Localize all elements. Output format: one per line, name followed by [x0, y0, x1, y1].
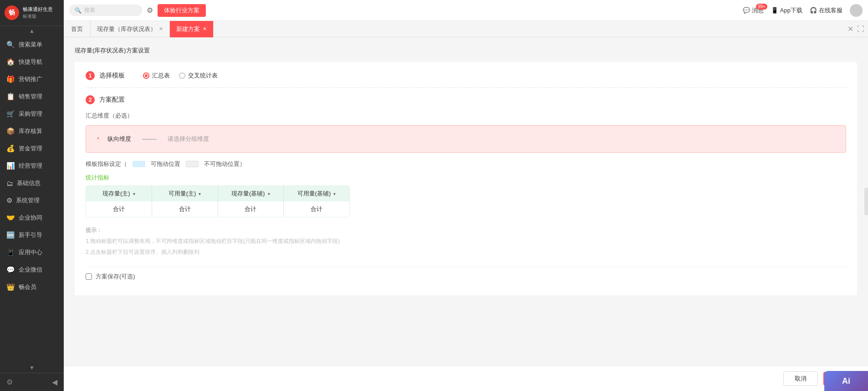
topbar-left: 🔍 搜索 ⚙ 体验行业方案	[69, 4, 738, 17]
stats-title: 统计指标	[86, 174, 846, 182]
sidebar: 畅 畅康通好生意 标准版 ▲ 🔍搜索菜单🏠快捷导航🎁营销推广📋销售管理🛒采购管理…	[0, 0, 64, 391]
step1-badge: 1	[86, 71, 95, 80]
tab-close-all-icon[interactable]: ✕	[848, 25, 853, 33]
tab-new-scheme-close[interactable]: ✕	[203, 26, 207, 32]
message-button[interactable]: 💬 消息 99+	[743, 6, 764, 15]
radio-summary-dot	[145, 74, 148, 77]
fixed-indicator	[186, 161, 199, 167]
sidebar-label-basic: 基础信息	[17, 179, 41, 187]
sidebar-item-wechat[interactable]: 💬企业微信	[0, 261, 64, 278]
tips-text: 提示：1.拖动标题栏可以调整布局，不可跨维度或指标区域拖动栏目字段(只能在同一维…	[86, 225, 846, 257]
sidebar-item-inventory[interactable]: 📦库存核算	[0, 123, 64, 140]
stats-header-cell[interactable]: 现存量(主)▾	[86, 186, 152, 201]
stats-body-cell: 合计	[218, 201, 284, 217]
settings-icon[interactable]: ⚙	[6, 378, 13, 386]
stats-header-cell[interactable]: 可用量(主)▾	[152, 186, 218, 201]
radio-summary-label: 汇总表	[152, 72, 170, 80]
tab-inventory[interactable]: 现存量（库存状况表） ✕	[91, 21, 170, 37]
chevron-down-icon: ▾	[199, 191, 201, 196]
sidebar-icon-purchase: 🛒	[6, 110, 15, 118]
radio-cross[interactable]: 交叉统计表	[179, 72, 218, 80]
template-radio-group: 汇总表 交叉统计表	[143, 72, 218, 80]
topbar-search[interactable]: 🔍 搜索	[69, 5, 142, 16]
dimension-placeholder[interactable]: 请选择分组维度	[168, 135, 209, 143]
sidebar-item-marketing[interactable]: 🎁营销推广	[0, 71, 64, 88]
online-service-button[interactable]: 🎧 在线客服	[810, 6, 842, 15]
step1-label: 选择模板	[99, 72, 125, 80]
stats-body: 合计合计合计合计	[86, 201, 349, 217]
sidebar-item-appstore[interactable]: 📱应用中心	[0, 244, 64, 261]
radio-summary[interactable]: 汇总表	[143, 72, 170, 80]
trial-button[interactable]: 体验行业方案	[158, 4, 206, 17]
save-row: 方案保存(可选)	[86, 267, 846, 286]
indicator-movable-text: 可拖动位置	[151, 160, 180, 168]
sidebar-label-shortcut: 快捷导航	[19, 58, 42, 66]
sidebar-label-newbie: 新手引导	[19, 231, 42, 239]
sidebar-item-newbie[interactable]: 🆕新手引导	[0, 226, 64, 244]
tips-section: 提示：1.拖动标题栏可以调整布局，不可跨维度或指标区域拖动栏目字段(只能在同一维…	[86, 225, 846, 257]
step2-row: 2 方案配置	[86, 95, 846, 104]
sidebar-icon-inventory: 📦	[6, 127, 15, 135]
scheme-settings-card: 1 选择模板 汇总表 交叉统计表	[75, 62, 857, 295]
service-icon: 🎧	[810, 7, 817, 14]
step2-label: 方案配置	[99, 96, 125, 104]
radio-cross-label: 交叉统计表	[188, 72, 218, 80]
sidebar-label-purchase: 采购管理	[19, 110, 42, 118]
sidebar-item-enterprise[interactable]: 🤝企业协同	[0, 209, 64, 226]
dimension-arrow: ——	[142, 135, 157, 143]
download-icon: 📱	[771, 7, 778, 14]
required-row: * 纵向维度 —— 请选择分组维度	[97, 135, 835, 143]
sidebar-icon-operation: 📊	[6, 162, 15, 170]
sidebar-item-member[interactable]: 👑畅会员	[0, 278, 64, 296]
sidebar-item-finance[interactable]: 💰资金管理	[0, 140, 64, 157]
sidebar-item-operation[interactable]: 📊经营管理	[0, 157, 64, 175]
sidebar-icon-newbie: 🆕	[6, 231, 15, 239]
sidebar-icon-finance: 💰	[6, 144, 15, 153]
footer-bar: 取消 查询	[64, 365, 868, 391]
required-star: *	[97, 136, 99, 143]
stats-header-cell[interactable]: 现存量(基辅)▾	[218, 186, 284, 201]
app-name: 畅康通好生意	[23, 6, 53, 13]
resize-handle[interactable]	[864, 188, 868, 215]
page-title: 现存量(库存状况表)方案设置	[75, 46, 857, 55]
app-download-button[interactable]: 📱 App下载	[771, 6, 802, 15]
message-icon: 💬	[743, 7, 750, 14]
save-label: 方案保存(可选)	[96, 273, 135, 281]
sidebar-label-marketing: 营销推广	[19, 75, 42, 83]
tab-inventory-close[interactable]: ✕	[159, 26, 163, 32]
radio-summary-circle	[143, 72, 149, 79]
step1-row: 1 选择模板 汇总表 交叉统计表	[86, 71, 846, 80]
user-avatar[interactable]	[850, 4, 863, 17]
required-dimension-area: * 纵向维度 —— 请选择分组维度	[86, 125, 846, 153]
save-checkbox[interactable]	[86, 273, 92, 280]
sidebar-icon-marketing: 🎁	[6, 75, 15, 83]
sidebar-scroll-up[interactable]: ▲	[0, 26, 64, 36]
movable-indicator	[133, 161, 145, 167]
sidebar-item-purchase[interactable]: 🛒采购管理	[0, 105, 64, 123]
sidebar-label-member: 畅会员	[19, 283, 36, 291]
sidebar-nav: 🔍搜索菜单🏠快捷导航🎁营销推广📋销售管理🛒采购管理📦库存核算💰资金管理📊经营管理…	[0, 36, 64, 363]
collapse-icon[interactable]: ◀	[52, 378, 57, 386]
stats-body-cell: 合计	[284, 201, 349, 217]
sidebar-item-sales[interactable]: 📋销售管理	[0, 88, 64, 105]
sidebar-item-search[interactable]: 🔍搜索菜单	[0, 36, 64, 53]
tab-inventory-label: 现存量（库存状况表）	[97, 25, 156, 33]
step-divider	[86, 87, 846, 88]
sidebar-label-sales: 销售管理	[19, 93, 42, 101]
tab-new-scheme[interactable]: 新建方案 ✕	[170, 21, 214, 37]
gear-icon[interactable]: ⚙	[147, 6, 153, 15]
vertical-dimension-label: 纵向维度	[107, 135, 131, 143]
summary-dimension-label: 汇总维度（必选）	[86, 112, 846, 120]
sidebar-scroll-down[interactable]: ▼	[0, 363, 64, 373]
sidebar-icon-member: 👑	[6, 283, 15, 291]
stats-header-cell[interactable]: 可用量(基辅)▾	[284, 186, 349, 201]
cancel-button[interactable]: 取消	[783, 371, 818, 386]
ai-float-button[interactable]: Ai	[824, 371, 868, 391]
sidebar-item-shortcut[interactable]: 🏠快捷导航	[0, 53, 64, 71]
tab-home[interactable]: 首页	[64, 21, 91, 37]
message-badge: 99+	[756, 4, 767, 10]
sidebar-item-system[interactable]: ⚙系统管理	[0, 192, 64, 209]
sidebar-icon-shortcut: 🏠	[6, 58, 15, 66]
tab-expand-icon[interactable]: ⛶	[857, 25, 864, 33]
sidebar-item-basic[interactable]: 🗂基础信息	[0, 175, 64, 192]
